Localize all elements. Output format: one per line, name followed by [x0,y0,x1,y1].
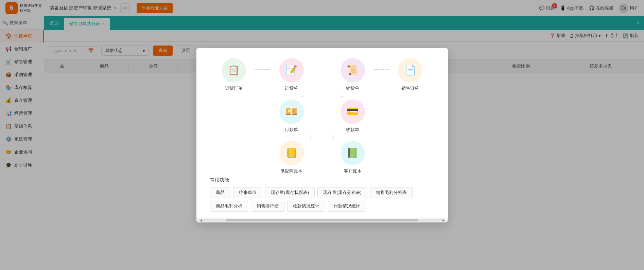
flow-node-supplier-ledger[interactable]: 📒 供应商账本 [279,141,304,174]
common-btn-product-gross[interactable]: 商品毛利分析 [210,201,248,212]
flow-node-receipt[interactable]: 💳 收款单 [341,100,365,133]
scrollbar-thumb [226,219,418,221]
scrollbar-right-arrow[interactable]: ▶ [442,218,445,222]
sales-order-label: 销售订单 [401,85,419,91]
sales-bill-icon: 📜 [341,58,365,83]
flow-node-payment[interactable]: 💴 付款单 [279,100,304,133]
receipt-icon: 💳 [341,100,365,124]
flow-node-sales-order[interactable]: 📄 销售订单 [398,58,422,91]
common-btn-sales-rank[interactable]: 销售排行榜 [251,201,284,212]
arrow-payment-to-supplier: ↓ [309,133,312,140]
arrow-sales-to-receipt: ↓ [341,92,344,99]
common-btn-stock-status[interactable]: 现存量(库存状况表) [265,187,315,198]
common-btn-receipt-stat[interactable]: 收款情况统计 [287,201,325,212]
flow-node-sales-bill[interactable]: 📜 销货单 [341,58,365,91]
scrollbar-track[interactable] [202,219,442,221]
purchase-order-icon: 📋 [222,58,246,83]
popup-overlay[interactable]: 📋 进货订单 - - - -→ 📝 进货单 ↓ [0,0,644,270]
common-btn-product[interactable]: 商品 [210,187,230,198]
purchase-bill-icon: 📝 [279,58,304,83]
flow-node-customer-ledger[interactable]: 📗 客户账本 [341,141,365,174]
common-section: 常用功能 商品 往来单位 现存量(库存状况表) 现存量(库存分布表) 销售毛利分… [210,177,434,212]
purchase-bill-label: 进货单 [285,85,298,91]
common-btn-payment-stat[interactable]: 付款情况统计 [328,201,366,212]
payment-icon: 💴 [279,100,304,124]
common-title: 常用功能 [210,177,434,183]
sales-order-icon: 📄 [398,58,422,83]
scrollbar-left-arrow[interactable]: ◀ [199,218,202,222]
arrow-receipt-to-customer: ↓ [332,133,335,140]
popup: 📋 进货订单 - - - -→ 📝 进货单 ↓ [196,48,448,222]
arrow-sales-order-to-bill: - - - -→ [374,65,389,74]
arrow-purchase-to-payment: ↓ [301,92,304,99]
arrow-purchase-order-to-bill: - - - -→ [255,65,271,74]
popup-scrollbar: ◀ ▶ [196,218,448,222]
popup-content: 📋 进货订单 - - - -→ 📝 进货单 ↓ [196,48,448,218]
supplier-ledger-icon: 📒 [279,141,304,165]
flow-node-purchase-order[interactable]: 📋 进货订单 [222,58,246,91]
supplier-ledger-label: 供应商账本 [280,168,302,174]
receipt-label: 收款单 [346,127,359,133]
flow-node-purchase-bill[interactable]: 📝 进货单 [279,58,304,91]
common-btn-stock-dist[interactable]: 现存量(库存分布表) [317,187,367,198]
common-btn-counterpart[interactable]: 往来单位 [233,187,262,198]
customer-ledger-icon: 📗 [341,141,365,165]
common-btn-sales-gross[interactable]: 销售毛利分析表 [370,187,413,198]
sales-bill-label: 销货单 [346,85,359,91]
purchase-order-label: 进货订单 [225,85,243,91]
common-buttons: 商品 往来单位 现存量(库存状况表) 现存量(库存分布表) 销售毛利分析表 商品… [210,187,434,212]
payment-label: 付款单 [285,127,298,133]
customer-ledger-label: 客户账本 [344,168,362,174]
